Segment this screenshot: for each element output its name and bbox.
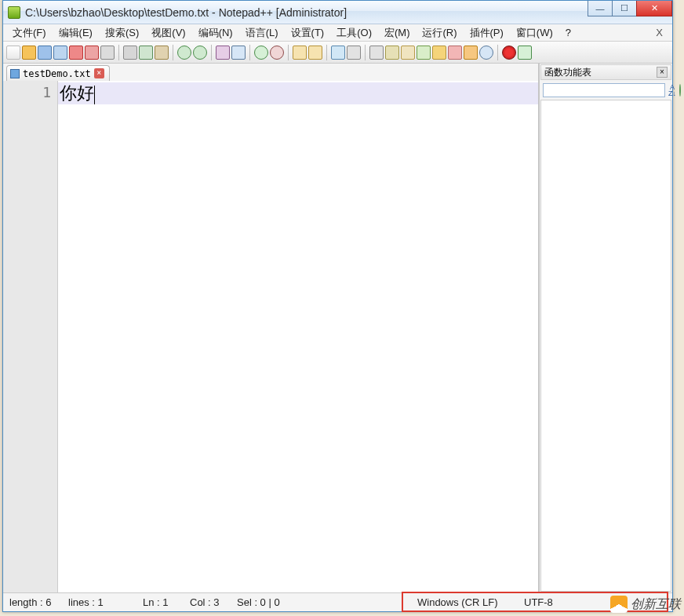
menu-encoding[interactable]: 编码(N) (192, 24, 239, 42)
status-col: Col : 3 (184, 596, 231, 608)
menu-file[interactable]: 文件(F) (6, 24, 53, 42)
text-area[interactable]: 你好 (58, 81, 538, 592)
saved-file-icon (10, 69, 20, 78)
function-list-body[interactable] (540, 100, 671, 592)
save-icon[interactable] (38, 46, 52, 60)
unfold-all-icon[interactable] (417, 46, 431, 60)
close-button[interactable]: ✕ (636, 1, 672, 16)
status-ln: Ln : 1 (136, 596, 184, 608)
zoom-in-icon[interactable] (254, 46, 268, 60)
function-list-panel: 函数功能表 × AZ↓ (539, 64, 672, 592)
statusbar: length : 6 lines : 1 Ln : 1 Col : 3 Sel … (3, 592, 672, 611)
menu-settings[interactable]: 设置(T) (285, 24, 331, 42)
toolbar (3, 42, 672, 64)
app-icon (8, 6, 20, 19)
undo-icon[interactable] (177, 46, 191, 60)
play-macro-icon[interactable] (518, 46, 532, 60)
menu-plugins[interactable]: 插件(P) (464, 24, 510, 42)
function-search-input[interactable] (543, 83, 665, 97)
toolbar-separator (118, 45, 119, 60)
menubar: 文件(F) 编辑(E) 搜索(S) 视图(V) 编码(N) 语言(L) 设置(T… (3, 24, 672, 42)
menu-view[interactable]: 视图(V) (145, 24, 191, 42)
status-encoding[interactable]: UTF-8 (518, 596, 559, 608)
folder-workspace-icon[interactable] (464, 46, 478, 60)
editor: 1 你好 (3, 81, 538, 592)
replace-icon[interactable] (231, 46, 246, 60)
function-list-icon[interactable] (385, 46, 399, 60)
sync-scroll-icon[interactable] (293, 46, 307, 60)
line-number-gutter: 1 (3, 81, 58, 592)
open-file-icon[interactable] (22, 46, 36, 60)
copy-icon[interactable] (139, 46, 153, 60)
menu-edit[interactable]: 编辑(E) (53, 24, 99, 42)
sort-az-icon[interactable]: AZ↓ (668, 84, 676, 97)
window-title: C:\Users\bzhao\Desktop\testDemo.txt - No… (25, 6, 347, 19)
cut-icon[interactable] (123, 46, 137, 60)
menu-window[interactable]: 窗口(W) (510, 24, 559, 42)
record-macro-icon[interactable] (502, 46, 516, 60)
toolbar-separator (326, 45, 327, 60)
status-lines: lines : 1 (62, 596, 136, 608)
file-tab-label: testDemo.txt (23, 68, 91, 79)
tab-strip: testDemo.txt × (3, 64, 538, 81)
find-icon[interactable] (216, 46, 230, 60)
monitor-icon[interactable] (479, 46, 493, 60)
doc-switcher-icon[interactable] (448, 46, 462, 60)
toolbar-separator (211, 45, 212, 60)
tab-close-icon[interactable]: × (94, 68, 104, 78)
print-icon[interactable] (100, 46, 115, 60)
menu-search[interactable]: 搜索(S) (99, 24, 145, 42)
caret (94, 86, 95, 104)
app-window: C:\Users\bzhao\Desktop\testDemo.txt - No… (2, 0, 673, 612)
file-tab[interactable]: testDemo.txt × (6, 65, 110, 81)
minimize-button[interactable]: — (588, 1, 613, 16)
redo-icon[interactable] (193, 46, 207, 60)
editor-pane: testDemo.txt × 1 你好 (3, 64, 539, 592)
titlebar[interactable]: C:\Users\bzhao\Desktop\testDemo.txt - No… (3, 1, 672, 24)
close-all-icon[interactable] (85, 46, 99, 60)
menu-help[interactable]: ? (559, 24, 577, 42)
toolbar-separator (249, 45, 250, 60)
menu-language[interactable]: 语言(L) (239, 24, 285, 42)
toolbar-separator (173, 45, 173, 60)
toolbar-separator (365, 45, 366, 60)
panel-header[interactable]: 函数功能表 × (540, 64, 671, 80)
word-wrap-icon[interactable] (331, 46, 345, 60)
menu-macro[interactable]: 宏(M) (378, 24, 417, 42)
editor-text: 你好 (60, 83, 94, 103)
paste-icon[interactable] (155, 46, 169, 60)
close-file-icon[interactable] (69, 46, 83, 60)
status-eol[interactable]: Windows (CR LF) (411, 596, 504, 608)
indent-guide-icon[interactable] (369, 46, 384, 60)
maximize-button[interactable]: ☐ (612, 1, 637, 16)
line-number: 1 (3, 84, 51, 100)
doc-map-icon[interactable] (432, 46, 446, 60)
reload-icon[interactable] (679, 84, 681, 97)
sync-scroll-h-icon[interactable] (308, 46, 322, 60)
fold-all-icon[interactable] (401, 46, 415, 60)
current-line-highlight (58, 82, 538, 104)
new-file-icon[interactable] (6, 46, 20, 60)
status-length: length : 6 (3, 596, 62, 608)
toolbar-separator (288, 45, 289, 60)
menu-run[interactable]: 运行(R) (416, 24, 463, 42)
toolbar-separator (497, 45, 498, 60)
show-whitespace-icon[interactable] (347, 46, 361, 60)
status-sel: Sel : 0 | 0 (231, 596, 317, 608)
menu-tools[interactable]: 工具(O) (330, 24, 378, 42)
panel-close-icon[interactable]: × (657, 67, 668, 78)
panel-search-row: AZ↓ (540, 81, 672, 100)
zoom-out-icon[interactable] (270, 46, 284, 60)
save-all-icon[interactable] (53, 46, 67, 60)
panel-title: 函数功能表 (544, 66, 591, 79)
menu-close-doc[interactable]: X (649, 27, 669, 38)
content-area: testDemo.txt × 1 你好 函数功能表 × (3, 64, 672, 592)
